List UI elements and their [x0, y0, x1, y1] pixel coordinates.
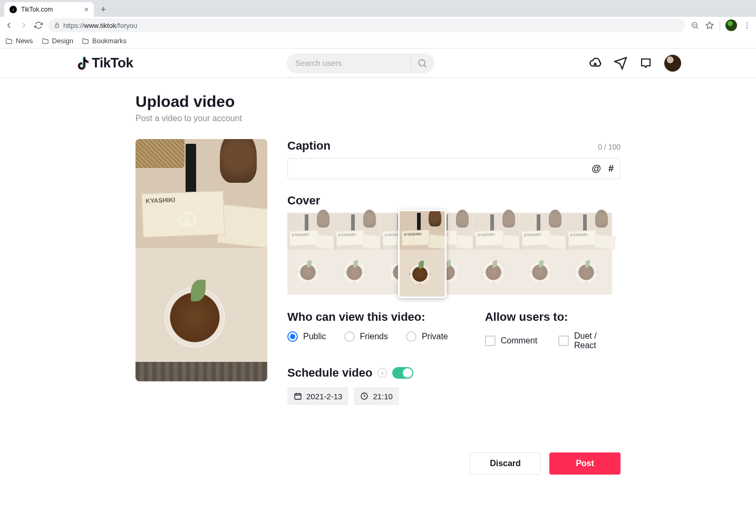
svg-rect-0 — [55, 25, 59, 28]
checkbox-icon — [485, 336, 496, 346]
url-bar[interactable]: https://www.tiktok/foryou — [49, 18, 685, 32]
privacy-title: Who can view this video: — [287, 310, 448, 324]
checkbox-label: Comment — [501, 336, 537, 346]
search-input[interactable] — [295, 58, 409, 67]
schedule-title: Schedule video — [287, 366, 372, 380]
tiktok-logo[interactable]: TikTok — [75, 55, 133, 71]
bookmark-news[interactable]: News — [5, 37, 33, 45]
reload-icon[interactable] — [34, 21, 43, 30]
logo-text: TikTok — [92, 55, 133, 71]
inbox-button[interactable] — [639, 56, 653, 70]
allow-duet[interactable]: Duet / React — [558, 331, 621, 350]
send-icon — [614, 56, 627, 70]
search-box[interactable] — [287, 53, 434, 73]
schedule-date-picker[interactable]: 2021-2-13 — [287, 387, 348, 405]
browser-toolbar: https://www.tiktok/foryou — [0, 17, 756, 34]
bookmark-label: News — [16, 37, 33, 45]
user-avatar[interactable] — [664, 55, 681, 72]
radio-label: Public — [303, 332, 326, 341]
lock-icon — [54, 22, 60, 28]
radio-label: Friends — [360, 332, 388, 341]
svg-point-4 — [747, 27, 748, 28]
folder-icon — [5, 37, 13, 45]
site-header: TikTok — [0, 48, 756, 78]
allow-title: Allow users to: — [485, 310, 621, 324]
folder-icon — [82, 37, 89, 45]
svg-rect-6 — [295, 393, 301, 399]
info-icon[interactable]: i — [377, 368, 387, 378]
radio-icon — [406, 331, 416, 342]
svg-point-2 — [747, 22, 748, 23]
caption-input[interactable] — [294, 164, 592, 173]
cover-frame[interactable]: KYASHIKI — [519, 213, 566, 294]
video-preview[interactable]: KYASHIKI — [135, 139, 267, 381]
tiktok-favicon-icon: ♪ — [9, 6, 17, 13]
back-icon[interactable] — [4, 21, 14, 30]
caption-title: Caption — [287, 139, 331, 153]
bookmark-label: Bookmarks — [92, 37, 127, 45]
tab-title: TikTok.com — [21, 6, 53, 13]
upload-button[interactable] — [588, 56, 602, 70]
allow-comment[interactable]: Comment — [485, 331, 537, 350]
svg-point-5 — [419, 60, 425, 66]
zoom-icon[interactable] — [690, 21, 700, 30]
bookmark-bookmarks[interactable]: Bookmarks — [82, 37, 127, 45]
svg-point-3 — [747, 25, 748, 26]
kebab-menu-icon[interactable] — [742, 21, 752, 30]
cover-frame[interactable]: KYASHIKI — [334, 213, 380, 294]
page-subtitle: Post a video to your account — [135, 114, 621, 123]
discard-button[interactable]: Discard — [470, 452, 541, 475]
cover-frame[interactable]: KYASHIKI — [566, 213, 612, 294]
schedule-time-picker[interactable]: 21:10 — [354, 387, 399, 405]
forward-icon — [19, 21, 28, 30]
privacy-public[interactable]: Public — [287, 331, 326, 342]
divider — [411, 57, 411, 69]
clock-icon — [360, 392, 369, 400]
search-icon — [417, 58, 428, 68]
cloud-upload-icon — [588, 56, 602, 70]
profile-avatar-icon[interactable] — [725, 19, 737, 31]
calendar-icon — [294, 392, 302, 400]
bookmark-label: Design — [52, 37, 73, 45]
caption-char-count: 0 / 100 — [598, 143, 621, 151]
close-tab-icon[interactable]: × — [84, 5, 89, 14]
caption-field[interactable]: @ # — [287, 158, 621, 179]
hashtag-icon[interactable]: # — [608, 163, 614, 174]
privacy-private[interactable]: Private — [406, 331, 448, 342]
cover-selector[interactable]: KYASHIKI KYASHIKI KYASHIKI KYASHIKI KYAS… — [287, 213, 621, 294]
cover-frame[interactable]: KYASHIKI — [473, 213, 519, 294]
radio-icon — [344, 331, 355, 342]
radio-label: Private — [422, 332, 448, 341]
checkbox-icon — [558, 336, 569, 346]
checkbox-label: Duet / React — [574, 331, 621, 350]
bookmarks-bar: News Design Bookmarks — [0, 34, 756, 48]
page-title: Upload video — [135, 93, 621, 111]
schedule-toggle[interactable] — [392, 367, 413, 379]
cover-frame[interactable]: KYASHIKI — [287, 213, 334, 294]
cover-title: Cover — [287, 194, 621, 208]
radio-icon — [287, 331, 298, 342]
star-icon[interactable] — [705, 21, 714, 30]
cloud-upload-icon — [176, 209, 198, 233]
search-button[interactable] — [413, 55, 431, 71]
privacy-friends[interactable]: Friends — [344, 331, 388, 342]
browser-tab[interactable]: ♪ TikTok.com × — [4, 2, 94, 17]
new-tab-button[interactable]: + — [97, 3, 110, 16]
messages-button[interactable] — [614, 56, 627, 70]
upload-page: Upload video Post a video to your accoun… — [114, 78, 642, 506]
folder-icon — [42, 37, 49, 45]
cover-frame-selected[interactable]: KYASHIKI — [398, 210, 447, 298]
inbox-icon — [639, 57, 652, 70]
mention-icon[interactable]: @ — [592, 163, 601, 174]
bookmark-design[interactable]: Design — [42, 37, 73, 45]
tiktok-note-icon — [75, 56, 90, 71]
post-button[interactable]: Post — [549, 452, 621, 475]
tab-strip: ♪ TikTok.com × + — [0, 0, 756, 17]
browser-chrome: ♪ TikTok.com × + https://www.tiktok/fory… — [0, 0, 756, 48]
schedule-time-value: 21:10 — [373, 392, 393, 401]
url-text: https://www.tiktok/foryou — [63, 22, 137, 29]
divider — [720, 21, 720, 30]
schedule-date-value: 2021-2-13 — [306, 392, 342, 401]
